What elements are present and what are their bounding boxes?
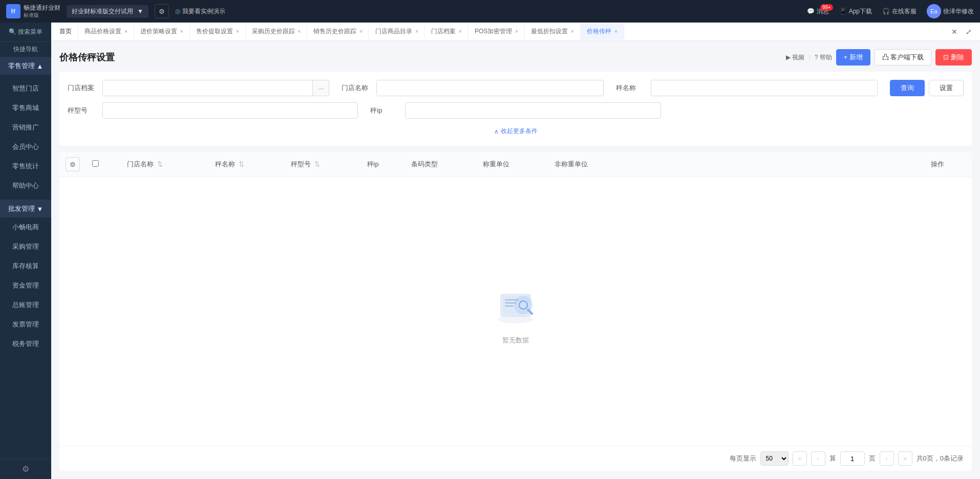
tab-close-icon[interactable]: × <box>359 29 363 34</box>
edition-selector[interactable]: 好业财标准版交付试用 ▼ <box>67 5 148 18</box>
tab-store-catalog[interactable]: 门店商品目录 × <box>369 23 425 40</box>
expand-icon: ▲ <box>37 62 44 70</box>
tab-close-icon[interactable]: × <box>298 29 301 34</box>
store-name-input[interactable] <box>376 80 603 96</box>
prev-page-button[interactable]: ‹ <box>811 451 825 466</box>
store-archive-field: 门店档案 ··· <box>68 80 329 96</box>
search-button[interactable]: 查询 <box>890 80 925 96</box>
store-archive-picker-button[interactable]: ··· <box>313 80 329 96</box>
sidebar-item-wholesale-mgmt[interactable]: 批发管理 ▼ <box>0 200 51 217</box>
video-link[interactable]: ▶ 视频 <box>786 53 804 62</box>
scale-name-input[interactable] <box>651 80 878 96</box>
th-store-name[interactable]: 门店名称 ⇅ <box>121 152 209 177</box>
demo-button[interactable]: 我要看实例演示 <box>175 7 225 16</box>
th-scale-model[interactable]: 秤型号 ⇅ <box>285 152 360 177</box>
scale-model-input[interactable] <box>102 102 358 119</box>
th-scale-name[interactable]: 秤名称 ⇅ <box>209 152 285 177</box>
tab-store-archive[interactable]: 门店档案 × <box>425 23 468 40</box>
sidebar-quick-nav[interactable]: 快捷导航 <box>0 42 51 57</box>
scale-ip-field: 秤ip <box>370 102 661 119</box>
help-link[interactable]: ? 帮助 <box>815 53 832 62</box>
store-name-field: 门店名称 <box>342 80 603 96</box>
tab-home[interactable]: 首页 <box>53 23 78 40</box>
page-content: 价格传秤设置 ▶ 视频 | ? 帮助 + 新增 <box>51 41 980 479</box>
th-weight-unit: 称重单位 <box>477 152 548 177</box>
tab-purchase-history[interactable]: 采购历史价跟踪 × <box>246 23 308 40</box>
per-page-label: 每页显示 <box>730 454 756 463</box>
store-archive-input-group: ··· <box>102 80 329 96</box>
scale-ip-input[interactable] <box>405 102 661 119</box>
select-all-checkbox[interactable] <box>92 160 99 167</box>
empty-area: 暂无数据 <box>59 177 972 446</box>
scale-name-label: 秤名称 <box>616 83 647 93</box>
sidebar-item-retail-mall[interactable]: 零售商城 <box>0 98 51 118</box>
scale-ip-label: 秤ip <box>370 106 401 115</box>
topbar-settings-button[interactable]: ⚙ <box>155 4 169 18</box>
tab-close-icon[interactable]: × <box>459 29 462 34</box>
tab-close-icon[interactable]: × <box>124 29 127 34</box>
tab-close-icon[interactable]: × <box>614 29 617 34</box>
sidebar-item-retail-stats[interactable]: 零售统计 <box>0 157 51 176</box>
sidebar-item-finance[interactable]: 资金管理 <box>0 276 51 295</box>
tab-close-icon[interactable]: × <box>571 29 574 34</box>
sidebar-item-help-center[interactable]: 帮助中心 <box>0 176 51 195</box>
collapse-bar[interactable]: ∧ 收起更多条件 <box>68 125 964 138</box>
tab-price-scale[interactable]: 价格传秤 × <box>581 23 624 40</box>
table-settings-button[interactable]: ⚙ <box>66 157 80 171</box>
last-page-button[interactable]: » <box>898 451 912 466</box>
tab-close-icon[interactable]: × <box>515 29 518 34</box>
tab-bar-actions: ✕ ⤢ <box>945 26 978 38</box>
tab-sales-history[interactable]: 销售历史价跟踪 × <box>307 23 369 40</box>
sidebar-item-member-center[interactable]: 会员中心 <box>0 137 51 157</box>
download-button[interactable]: 凸 客户端下载 <box>875 49 932 66</box>
sort-icon: ⇅ <box>239 160 244 168</box>
th-scale-ip: 秤ip <box>361 152 406 177</box>
tab-close-icon[interactable]: × <box>415 29 418 34</box>
tab-purchase-strategy[interactable]: 进价策略设置 × <box>134 23 190 40</box>
tab-pos-encryption[interactable]: POS加密管理 × <box>468 23 525 40</box>
sidebar-search[interactable]: 🔍 搜索菜单 <box>0 23 51 42</box>
page-size-select[interactable]: 50 10 20 100 <box>760 451 789 466</box>
first-page-button[interactable]: « <box>793 451 807 466</box>
avatar: Ea <box>927 4 941 18</box>
page-number-input[interactable] <box>840 451 865 466</box>
store-archive-label: 门店档案 <box>68 83 98 93</box>
tab-price-extract[interactable]: 售价提取设置 × <box>190 23 246 40</box>
store-archive-input[interactable] <box>102 80 313 96</box>
add-button[interactable]: + 新增 <box>836 49 870 66</box>
online-service-button[interactable]: 🎧 在线客服 <box>882 7 917 16</box>
sidebar-item-ecommerce[interactable]: 小畅电商 <box>0 217 51 237</box>
total-info: 共0页，0条记录 <box>917 454 964 463</box>
store-name-label: 门店名称 <box>342 83 372 93</box>
sidebar-item-purchase-mgmt[interactable]: 采购管理 <box>0 237 51 256</box>
scale-name-field: 秤名称 <box>616 80 878 96</box>
video-icon: ▶ <box>786 54 791 61</box>
tab-close-all-button[interactable]: ✕ <box>949 26 960 38</box>
tab-close-icon[interactable]: × <box>180 29 183 34</box>
th-barcode-type: 条码类型 <box>405 152 477 177</box>
sidebar-item-retail-mgmt[interactable]: 零售管理 ▲ <box>0 57 51 75</box>
search-icon: 🔍 <box>9 28 16 35</box>
delete-button[interactable]: ⊡ 删除 <box>935 49 972 66</box>
sidebar-item-marketing[interactable]: 营销推广 <box>0 118 51 137</box>
sidebar-item-invoice[interactable]: 发票管理 <box>0 315 51 334</box>
main-content: 首页 商品价格设置 × 进价策略设置 × 售价提取设置 × 采购历史价跟踪 × <box>51 23 980 479</box>
mobile-icon: 📱 <box>839 8 847 15</box>
tab-fullscreen-button[interactable]: ⤢ <box>964 26 974 38</box>
tab-close-icon[interactable]: × <box>236 29 239 34</box>
version-badge: 标准版 <box>24 12 60 18</box>
tab-min-discount[interactable]: 最低折扣设置 × <box>525 23 581 40</box>
next-page-button[interactable]: › <box>880 451 894 466</box>
tab-bar: 首页 商品价格设置 × 进价策略设置 × 售价提取设置 × 采购历史价跟踪 × <box>51 23 980 41</box>
app-download-button[interactable]: 📱 App下载 <box>839 7 872 16</box>
tab-product-price[interactable]: 商品价格设置 × <box>78 23 134 40</box>
sidebar-item-smart-store[interactable]: 智慧门店 <box>0 79 51 98</box>
sidebar-item-inventory[interactable]: 库存核算 <box>0 256 51 276</box>
sidebar-settings-button[interactable]: ⚙ <box>0 459 51 479</box>
th-non-weight-unit: 非称重单位 <box>548 152 925 177</box>
sidebar-item-ledger[interactable]: 总账管理 <box>0 295 51 315</box>
sidebar-item-tax[interactable]: 税务管理 <box>0 334 51 354</box>
config-button[interactable]: 设置 <box>929 80 964 96</box>
messages-button[interactable]: 💬 消息 99+ <box>807 7 829 16</box>
user-area[interactable]: Ea 徐泽华修改 <box>927 4 974 18</box>
